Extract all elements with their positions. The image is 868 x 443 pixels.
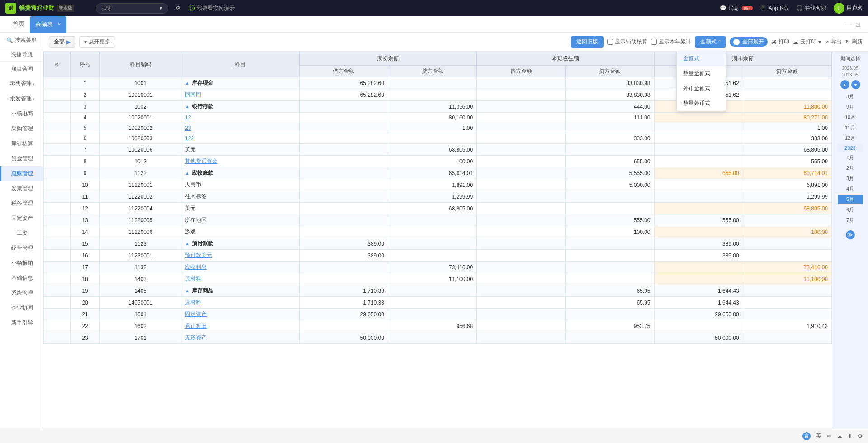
- row-settings: [44, 123, 71, 133]
- expand-all-toggle[interactable]: 全部展开: [730, 37, 768, 47]
- row-name[interactable]: 122: [181, 133, 300, 144]
- expand-icon[interactable]: ▲: [185, 241, 191, 246]
- panel-collapse-btn[interactable]: ≫: [846, 230, 855, 239]
- row-name[interactable]: 23: [181, 123, 300, 133]
- name-link[interactable]: 应收利息: [185, 264, 207, 270]
- sidebar-item-tax[interactable]: 税务管理: [0, 196, 43, 211]
- tab-balance[interactable]: 余额表 ✕: [30, 16, 66, 33]
- auxiliary-checkbox[interactable]: [607, 39, 613, 45]
- bottom-edit-btn[interactable]: ✏: [827, 433, 831, 439]
- row-name[interactable]: 累计折旧: [181, 320, 300, 332]
- print-btn[interactable]: 🖨 打印: [771, 38, 789, 46]
- style-option-amount[interactable]: 金额式: [677, 51, 726, 66]
- row-name[interactable]: 回回回: [181, 89, 300, 101]
- period-month-item[interactable]: 12月: [838, 133, 863, 143]
- name-link[interactable]: 原材料: [185, 299, 201, 305]
- style-option-foreign-amount[interactable]: 外币金额式: [677, 81, 726, 96]
- sidebar-item-ecommerce[interactable]: 小畅电商: [0, 106, 43, 121]
- period-month-item[interactable]: 8月: [838, 92, 863, 101]
- sidebar-item-cooperation[interactable]: 企业协同: [0, 300, 43, 315]
- sidebar-item-capital[interactable]: 资金管理: [0, 151, 43, 166]
- bottom-cloud-btn[interactable]: ☁: [837, 433, 842, 439]
- bottom-chat-btn[interactable]: 言: [802, 432, 811, 440]
- period-month-item[interactable]: 2023: [838, 144, 863, 152]
- all-filter-btn[interactable]: 全部 ▶: [49, 36, 75, 48]
- app-download-btn[interactable]: 📱 App下载: [760, 5, 789, 12]
- sidebar-item-report[interactable]: 小畅报销: [0, 256, 43, 271]
- period-month-item[interactable]: 3月: [838, 174, 863, 183]
- period-month-item[interactable]: 4月: [838, 184, 863, 194]
- expand-more-btn[interactable]: ▾ 展开更多: [79, 36, 115, 48]
- period-month-item[interactable]: 2月: [838, 163, 863, 173]
- sidebar-item-wholesale[interactable]: 批发管理 ▾: [0, 91, 43, 106]
- name-link[interactable]: 23: [185, 125, 191, 131]
- row-name[interactable]: 无形资产: [181, 332, 300, 344]
- col-settings-header[interactable]: ⚙: [44, 52, 71, 77]
- period-down-btn[interactable]: ▼: [851, 80, 860, 89]
- expand-icon[interactable]: ▲: [185, 104, 191, 109]
- sidebar-item-ledger[interactable]: 总账管理: [0, 166, 43, 181]
- period-month-item[interactable]: 9月: [838, 102, 863, 112]
- user-menu[interactable]: U 用户名: [834, 3, 863, 14]
- name-link[interactable]: 原材料: [185, 276, 201, 282]
- period-month-item[interactable]: 10月: [838, 113, 863, 122]
- sidebar-item-retail[interactable]: 零售管理 ▾: [0, 76, 43, 91]
- settings-icon[interactable]: ⚙: [175, 5, 181, 12]
- sidebar-item-purchase[interactable]: 采购管理: [0, 121, 43, 136]
- refresh-btn[interactable]: ↻ 刷新: [845, 38, 863, 46]
- sidebar-item-guide[interactable]: 新手引导: [0, 315, 43, 330]
- row-name[interactable]: 应收利息: [181, 262, 300, 273]
- row-name[interactable]: 原材料: [181, 297, 300, 309]
- amount-style-btn[interactable]: 金额式 ^: [695, 36, 726, 48]
- expand-icon[interactable]: ▲: [185, 81, 191, 86]
- row-name[interactable]: 其他货币资金: [181, 156, 300, 167]
- style-option-quantity-foreign[interactable]: 数量外币式: [677, 96, 726, 111]
- name-link[interactable]: 回回回: [185, 91, 201, 98]
- period-up-btn[interactable]: ▲: [840, 80, 849, 89]
- name-link[interactable]: 12: [185, 114, 191, 121]
- cloud-print-btn[interactable]: ☁ 云打印 ▾: [793, 38, 821, 46]
- ytd-checkbox[interactable]: [651, 39, 657, 45]
- sidebar-item-business[interactable]: 经营管理: [0, 241, 43, 256]
- sidebar-item-inventory[interactable]: 库存核算: [0, 136, 43, 151]
- period-month-item[interactable]: 11月: [838, 123, 863, 133]
- style-option-quantity-amount[interactable]: 数量金额式: [677, 66, 726, 81]
- tab-close-icon[interactable]: ✕: [57, 22, 61, 27]
- row-name[interactable]: 固定资产: [181, 309, 300, 320]
- name-link[interactable]: 累计折旧: [185, 323, 207, 329]
- name-link[interactable]: 其他货币资金: [185, 158, 217, 164]
- period-month-item[interactable]: 7月: [838, 215, 863, 225]
- tab-max-icon[interactable]: ⊡: [855, 21, 861, 28]
- expand-icon[interactable]: ▲: [185, 288, 191, 293]
- demo-link[interactable]: ◎ 我要看实例演示: [189, 5, 235, 12]
- period-month-item[interactable]: 6月: [838, 205, 863, 214]
- tab-min-icon[interactable]: —: [845, 21, 852, 28]
- sidebar-item-basic[interactable]: 基础信息: [0, 271, 43, 286]
- message-btn[interactable]: 💬 消息 99+: [720, 5, 752, 12]
- bottom-upload-btn[interactable]: ⬆: [848, 433, 852, 439]
- export-btn[interactable]: ↗ 导出: [825, 38, 842, 46]
- sidebar-search[interactable]: 🔍 搜索菜单: [0, 33, 43, 48]
- sidebar-item-assets[interactable]: 固定资产: [0, 211, 43, 226]
- sidebar-item-invoice[interactable]: 发票管理: [0, 181, 43, 196]
- sidebar-item-system[interactable]: 系统管理: [0, 286, 43, 300]
- row-name[interactable]: 12: [181, 113, 300, 123]
- row-name[interactable]: 原材料: [181, 273, 300, 285]
- top-bar-search[interactable]: 搜索 ▾: [96, 3, 168, 14]
- period-month-item[interactable]: 5月: [838, 195, 863, 204]
- period-month-item[interactable]: 1月: [838, 153, 863, 162]
- sidebar-item-project[interactable]: 项目合同: [0, 62, 43, 76]
- bottom-lang-btn[interactable]: 英: [816, 432, 821, 440]
- row-name[interactable]: 预付款美元: [181, 250, 300, 262]
- name-link[interactable]: 固定资产: [185, 311, 207, 317]
- expand-icon[interactable]: ▲: [185, 171, 191, 176]
- online-support-btn[interactable]: 🎧 在线客服: [796, 5, 826, 12]
- sidebar-quick-nav[interactable]: 快捷导航: [0, 48, 43, 62]
- tab-home[interactable]: 首页: [7, 16, 30, 33]
- bottom-settings-btn[interactable]: ⚙: [858, 433, 863, 439]
- name-link[interactable]: 无形资产: [185, 334, 207, 341]
- back-old-btn[interactable]: 返回旧版: [571, 36, 604, 48]
- name-link[interactable]: 预付款美元: [185, 252, 212, 258]
- sidebar-item-salary[interactable]: 工资: [0, 226, 43, 241]
- name-link[interactable]: 122: [185, 135, 194, 142]
